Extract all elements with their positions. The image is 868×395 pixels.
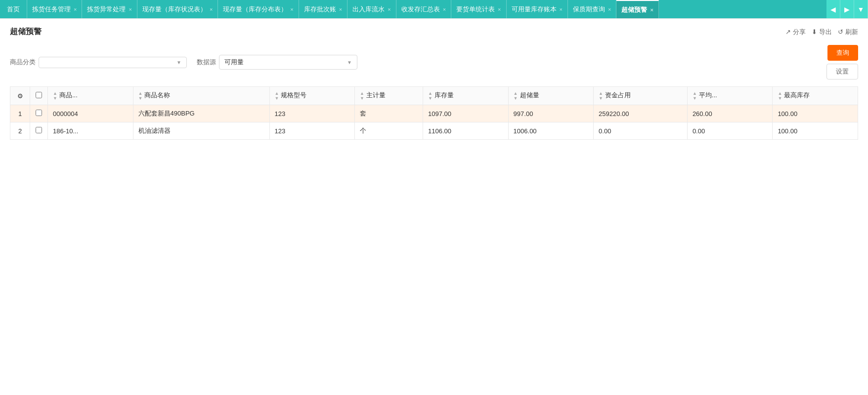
row-checkbox-1[interactable] [30, 122, 48, 140]
tab-collect[interactable]: 收发存汇总表× [396, 0, 451, 18]
tab-batch-close-icon[interactable]: × [339, 6, 342, 12]
tab-order-stat[interactable]: 要货单统计表× [451, 0, 506, 18]
col-avg-header[interactable]: ▲▼平均... [687, 87, 773, 105]
checkbox-0[interactable] [36, 110, 42, 116]
main-content: 超储预警 ↗ 分享 ⬇ 导出 ↺ 刷新 商品分类 ▼ 数据源 [0, 19, 868, 395]
col-goods-code-header[interactable]: ▲▼商品... [48, 87, 133, 105]
datasource-value: 可用量 [224, 58, 244, 67]
col-maxstock-header[interactable]: ▲▼最高库存 [773, 87, 858, 105]
col-overstock-header[interactable]: ▲▼超储量 [508, 87, 594, 105]
refresh-icon: ↺ [838, 28, 843, 36]
data-table: ⚙▲▼商品...▲▼商品名称▲▼规格型号▲▼主计量▲▼库存量▲▼超储量▲▼资金占… [10, 86, 858, 140]
share-label: 分享 [793, 28, 806, 37]
datasource-filter: 数据源 可用量 ▼ [197, 55, 357, 70]
col-maxstock-label: 最高库存 [784, 91, 810, 99]
tab-avail-acct-close-icon[interactable]: × [560, 6, 563, 12]
max-stock-1: 100.00 [773, 122, 858, 140]
tab-collect-label: 收发存汇总表 [401, 5, 440, 14]
share-button[interactable]: ↗ 分享 [785, 28, 806, 37]
category-label: 商品分类 [10, 58, 36, 67]
col-unit-header[interactable]: ▲▼主计量 [355, 87, 423, 105]
col-spec-header[interactable]: ▲▼规格型号 [269, 87, 355, 105]
nav-prev-button[interactable]: ◀ [826, 0, 840, 19]
col-unit-sort-icon: ▲▼ [360, 91, 364, 101]
goods-code-1: 186-10... [48, 122, 133, 140]
tab-stock-dist-close-icon[interactable]: × [290, 6, 293, 12]
table-row: 2186-10...机油滤清器123个1106.001006.000.000.0… [10, 122, 858, 140]
col-capital-label: 资金占用 [605, 91, 631, 99]
export-button[interactable]: ⬇ 导出 [812, 28, 832, 37]
goods-code-0: 0000004 [48, 105, 133, 122]
col-capital-header[interactable]: ▲▼资金占用 [594, 87, 688, 105]
tab-tender-mgmt[interactable]: 拣货任务管理× [27, 0, 82, 18]
tab-avail-acct[interactable]: 可用量库存账本× [507, 0, 568, 18]
datasource-select[interactable]: 可用量 ▼ [219, 55, 357, 70]
col-spec-label: 规格型号 [281, 91, 306, 99]
tab-tender-mgmt-close-icon[interactable]: × [74, 6, 77, 12]
max-stock-0: 100.00 [773, 105, 858, 122]
tab-avail-acct-label: 可用量库存账本 [512, 5, 557, 14]
col-overstock-label: 超储量 [520, 91, 539, 99]
goods-name-0: 六配套新昌490BPG [133, 105, 269, 122]
avg-0: 260.00 [687, 105, 773, 122]
tab-batch[interactable]: 库存批次账× [299, 0, 347, 18]
unit-0: 套 [355, 105, 423, 122]
tab-inout[interactable]: 出入库流水× [347, 0, 396, 18]
col-maxstock-sort-icon: ▲▼ [778, 91, 782, 101]
tab-tender-mgmt-label: 拣货任务管理 [32, 5, 71, 14]
col-header-checkbox[interactable] [30, 87, 48, 105]
col-spec-sort-icon: ▲▼ [275, 91, 279, 101]
page-header: 超储预警 ↗ 分享 ⬇ 导出 ↺ 刷新 [10, 27, 858, 37]
row-checkbox-0[interactable] [30, 105, 48, 122]
top-navigation: 首页 拣货任务管理×拣货异常处理×现存量（库存状况表）×现存量（库存分布表）×库… [0, 0, 868, 19]
query-button[interactable]: 查询 [827, 45, 858, 61]
nav-next-button[interactable]: ▶ [840, 0, 854, 19]
tab-collect-close-icon[interactable]: × [443, 6, 446, 12]
category-select[interactable]: ▼ [39, 57, 187, 68]
filter-buttons: 查询 设置 [826, 45, 858, 79]
col-goods-name-label: 商品名称 [144, 91, 170, 99]
tab-tender-abnormal-close-icon[interactable]: × [129, 6, 131, 12]
refresh-button[interactable]: ↺ 刷新 [838, 28, 858, 37]
tab-overstock-close-icon[interactable]: × [650, 7, 653, 13]
row-number-1: 2 [10, 122, 30, 140]
filter-area: 商品分类 ▼ 数据源 可用量 ▼ 查询 设置 [10, 45, 858, 79]
goods-name-1: 机油滤清器 [133, 122, 269, 140]
refresh-label: 刷新 [845, 28, 858, 37]
avg-1: 0.00 [687, 122, 773, 140]
export-label: 导出 [819, 28, 832, 37]
col-unit-label: 主计量 [366, 91, 386, 99]
tab-tender-abnormal-label: 拣货异常处理 [87, 5, 126, 14]
col-capital-sort-icon: ▲▼ [599, 91, 603, 101]
header-actions: ↗ 分享 ⬇ 导出 ↺ 刷新 [785, 28, 858, 37]
col-settings-gear[interactable]: ⚙ [10, 87, 30, 105]
nav-arrows: ◀ ▶ ▼ [826, 0, 868, 19]
tab-stock-dist[interactable]: 现存量（库存分布表）× [218, 0, 299, 18]
unit-1: 个 [355, 122, 423, 140]
category-filter: 商品分类 ▼ [10, 57, 187, 68]
tab-overstock[interactable]: 超储预警× [616, 0, 658, 18]
tab-stock-status-close-icon[interactable]: × [210, 6, 213, 12]
settings-button[interactable]: 设置 [826, 64, 858, 79]
table-body: 10000004六配套新昌490BPG123套1097.00997.002592… [10, 105, 858, 140]
export-icon: ⬇ [812, 28, 817, 36]
nav-more-button[interactable]: ▼ [854, 0, 868, 19]
page-title: 超储预警 [10, 27, 42, 37]
tab-quality[interactable]: 保质期查询× [568, 0, 616, 18]
col-goods-code-sort-icon: ▲▼ [53, 91, 57, 101]
tab-inout-close-icon[interactable]: × [388, 6, 391, 12]
col-stock-header[interactable]: ▲▼库存量 [423, 87, 509, 105]
col-stock-label: 库存量 [434, 91, 454, 99]
nav-home[interactable]: 首页 [0, 0, 27, 18]
tab-stock-status[interactable]: 现存量（库存状况表）× [137, 0, 218, 18]
checkbox-1[interactable] [36, 127, 42, 133]
share-icon: ↗ [785, 28, 791, 36]
tab-inout-label: 出入库流水 [352, 5, 385, 14]
tab-quality-close-icon[interactable]: × [608, 6, 611, 12]
nav-tabs: 拣货任务管理×拣货异常处理×现存量（库存状况表）×现存量（库存分布表）×库存批次… [27, 0, 826, 18]
tab-tender-abnormal[interactable]: 拣货异常处理× [82, 0, 137, 18]
select-all-checkbox[interactable] [36, 92, 42, 98]
col-goods-name-header[interactable]: ▲▼商品名称 [133, 87, 269, 105]
tab-order-stat-close-icon[interactable]: × [498, 6, 501, 12]
col-goods-name-sort-icon: ▲▼ [138, 91, 143, 101]
